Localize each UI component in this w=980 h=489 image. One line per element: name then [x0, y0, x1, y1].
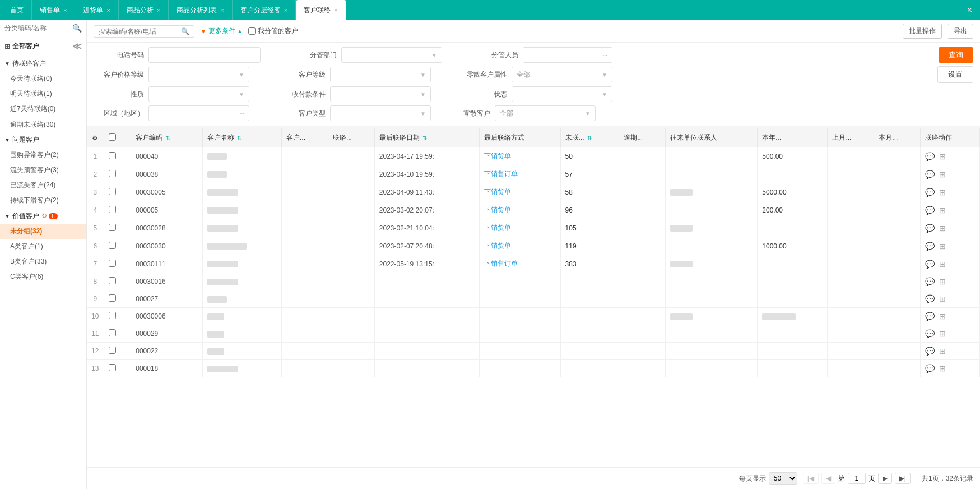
filter-search-input[interactable] [99, 27, 178, 35]
last-contact-method[interactable] [479, 360, 560, 377]
close-icon[interactable]: × [284, 7, 287, 13]
dept-select[interactable]: ▼ [341, 47, 442, 63]
tab-sales[interactable]: 销售单 × [32, 0, 75, 20]
staff-select[interactable]: ··· [523, 47, 612, 63]
grid-action-icon[interactable]: ⊞ [939, 242, 946, 251]
next-page-button[interactable]: ▶ [878, 473, 892, 484]
grid-action-icon[interactable]: ⊞ [939, 260, 946, 269]
settings-icon[interactable]: ⚙ [92, 134, 98, 142]
grid-action-icon[interactable]: ⊞ [939, 364, 946, 373]
row-checkbox[interactable] [104, 255, 131, 273]
filter-search-icon[interactable]: 🔍 [181, 27, 189, 35]
chat-icon[interactable]: 💬 [925, 347, 935, 356]
row-checkbox[interactable] [104, 219, 131, 237]
chat-icon[interactable]: 💬 [925, 260, 935, 269]
customer-type-select[interactable]: ▼ [330, 105, 431, 121]
this-month-header[interactable]: 本月... [874, 128, 921, 147]
payment-select[interactable]: ▼ [330, 86, 431, 102]
sidebar-section-value[interactable]: ▼ 价值客户 ↻ F [0, 209, 86, 224]
grid-action-icon[interactable]: ⊞ [939, 347, 946, 356]
last-date-header[interactable]: 最后联络日期 ⇅ [374, 128, 479, 147]
sort-icon[interactable]: ⇅ [587, 135, 592, 141]
sidebar-item-today-pending[interactable]: 今天待联络(0) [0, 71, 86, 86]
sidebar-item-ungrouped[interactable]: 未分组(32) [0, 224, 86, 239]
grid-action-icon[interactable]: ⊞ [939, 329, 946, 338]
row-checkbox[interactable] [104, 201, 131, 219]
row-checkbox[interactable] [104, 165, 131, 183]
grid-action-icon[interactable]: ⊞ [939, 277, 946, 286]
row-checkbox[interactable] [104, 273, 131, 290]
last-page-button[interactable]: ▶| [895, 473, 911, 484]
this-year-header[interactable]: 本年... [758, 128, 828, 147]
sidebar-search-icon[interactable]: 🔍 [72, 24, 82, 33]
phone-input[interactable] [148, 47, 261, 63]
chat-icon[interactable]: 💬 [925, 206, 935, 215]
no-contact-header[interactable]: 未联... ⇅ [560, 128, 619, 147]
row-checkbox[interactable] [104, 237, 131, 255]
last-contact-method[interactable]: 下销货单 [479, 219, 560, 237]
row-checkbox[interactable] [104, 183, 131, 201]
tab-purchase[interactable]: 进货单 × [75, 0, 118, 20]
last-contact-method[interactable] [479, 325, 560, 343]
sidebar-item-tomorrow-pending[interactable]: 明天待联络(1) [0, 86, 86, 102]
last-contact-method[interactable]: 下销货单 [479, 147, 560, 165]
row-checkbox[interactable] [104, 290, 131, 308]
nature-select[interactable]: ▼ [148, 86, 249, 102]
refresh-icon[interactable]: ↻ [41, 212, 47, 220]
more-conditions-button[interactable]: ▼ 更多条件 ▲ [200, 26, 243, 36]
sort-icon[interactable]: ⇅ [237, 135, 241, 141]
code-header[interactable]: 客户编码 ⇅ [131, 128, 202, 147]
last-contact-method[interactable]: 下销货单 [479, 201, 560, 219]
checkbox-header[interactable] [104, 128, 131, 147]
select-all-checkbox[interactable] [109, 133, 116, 141]
close-icon[interactable]: × [334, 7, 337, 13]
tab-home[interactable]: 首页 [2, 0, 32, 20]
sidebar-item-churned[interactable]: 已流失客户(24) [0, 178, 86, 193]
contact-method-link[interactable]: 下销货单 [484, 188, 511, 196]
unit-contact-header[interactable]: 往来单位联系人 [666, 128, 758, 147]
tab-product-analysis[interactable]: 商品分析 × [119, 0, 169, 20]
grid-action-icon[interactable]: ⊞ [939, 294, 946, 303]
last-contact-method[interactable]: 下销售订单 [479, 165, 560, 183]
contact-method-link[interactable]: 下销货单 [484, 224, 511, 232]
my-customers-input[interactable] [248, 27, 256, 35]
sidebar-section-pending[interactable]: ▼ 待联络客户 [0, 56, 86, 71]
last-contact-method[interactable]: 下销售订单 [479, 255, 560, 273]
last-contact-method[interactable] [479, 343, 560, 360]
chat-icon[interactable]: 💬 [925, 152, 935, 161]
chat-icon[interactable]: 💬 [925, 224, 935, 233]
contact-method-link[interactable]: 下销货单 [484, 206, 511, 214]
sidebar-item-overdue-pending[interactable]: 逾期未联络(30) [0, 117, 86, 132]
page-size-select[interactable]: 50 100 200 [769, 472, 797, 485]
row-checkbox[interactable] [104, 147, 131, 165]
close-icon[interactable]: × [63, 7, 67, 13]
chat-icon[interactable]: 💬 [925, 329, 935, 338]
sidebar-item-declining[interactable]: 持续下滑客户(2) [0, 193, 86, 208]
batch-operation-button[interactable]: 批量操作 [903, 24, 942, 39]
overdue-header[interactable]: 逾期... [619, 128, 666, 147]
contact-method-link[interactable]: 下销售订单 [484, 170, 518, 178]
tab-customer-segment[interactable]: 客户分层经客 × [233, 0, 296, 20]
region-select[interactable]: ··· [148, 105, 249, 121]
chat-icon[interactable]: 💬 [925, 188, 935, 197]
collapse-sidebar-icon[interactable]: ≪ [72, 41, 82, 52]
tab-product-list[interactable]: 商品分析列表 × [169, 0, 232, 20]
last-month-header[interactable]: 上月... [828, 128, 874, 147]
table-settings-header[interactable]: ⚙ [87, 128, 104, 147]
sidebar-search-input[interactable] [4, 24, 70, 32]
grid-action-icon[interactable]: ⊞ [939, 188, 946, 197]
reset-button[interactable]: 设置 [937, 66, 973, 83]
last-contact-method[interactable] [479, 273, 560, 290]
contact-method-link[interactable]: 下销货单 [484, 242, 511, 250]
sidebar-item-abnormal[interactable]: 囤购异常客户(2) [0, 147, 86, 163]
last-contact-method[interactable] [479, 290, 560, 308]
prev-page-button[interactable]: ◀ [821, 473, 835, 484]
tab-customer-contact[interactable]: 客户联络 × [296, 0, 346, 20]
contact-method-link[interactable]: 下销售订单 [484, 260, 518, 267]
sidebar-item-week-pending[interactable]: 近7天待联络(0) [0, 102, 86, 117]
query-button[interactable]: 查询 [939, 47, 973, 63]
last-contact-method[interactable] [479, 308, 560, 325]
sidebar-item-class-a[interactable]: A类客户(1) [0, 239, 86, 254]
grid-action-icon[interactable]: ⊞ [939, 152, 946, 161]
chat-icon[interactable]: 💬 [925, 294, 935, 303]
